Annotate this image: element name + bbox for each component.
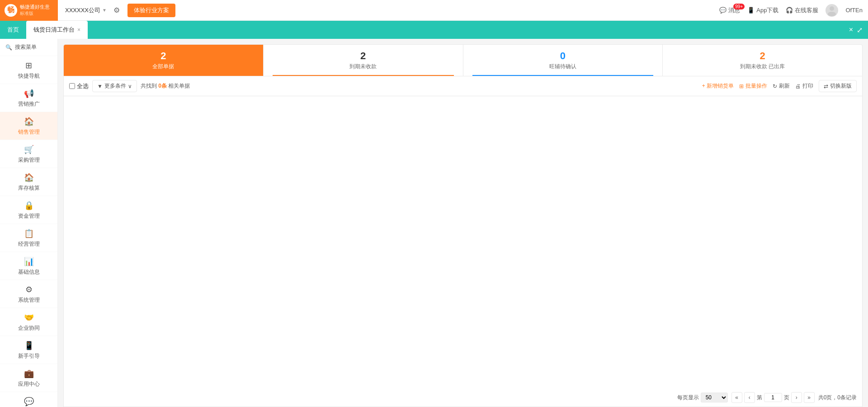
message-button[interactable]: 💬 消息 99+ [719, 6, 740, 14]
stat-card-overdue[interactable]: 2 到期未收款 [264, 45, 463, 76]
page-size-selector: 每页显示 50 100 200 [677, 393, 728, 402]
sidebar-item-sales[interactable]: 🏠 销售管理 [0, 112, 57, 140]
table-area [63, 96, 863, 388]
main-layout: 🔍 搜索菜单 ⊞ 快捷导航 📢 营销推广 🏠 销售管理 🛒 采购管理 🏠 库存核… [0, 39, 868, 407]
marketing-icon: 📢 [24, 89, 34, 98]
finance-icon: 🔒 [24, 201, 34, 211]
tab-active[interactable]: 钱货日清工作台 × [26, 21, 88, 39]
company-dropdown-arrow: ▼ [102, 8, 107, 13]
sidebar-label-marketing: 营销推广 [18, 100, 40, 108]
search-icon: 🔍 [5, 44, 12, 51]
sidebar-label-enterprise: 企业协同 [18, 324, 40, 332]
tab-close-button[interactable]: × [77, 27, 80, 33]
window-expand-button[interactable]: ⤢ [857, 26, 863, 34]
toolbar: 全选 ▼ 更多条件 ∨ 共找到 0条 相关单据 + 新增销货单 ⊞ 批量操作 [63, 76, 863, 96]
stat-num-overdue: 2 [273, 50, 454, 62]
page-prev-button[interactable]: ‹ [744, 392, 755, 403]
underline-overdue [273, 75, 454, 76]
sidebar-item-inventory[interactable]: 🏠 库存核算 [0, 168, 57, 196]
online-service-button[interactable]: 🎧 在线客服 [786, 6, 818, 14]
username: OfTEn [845, 7, 863, 14]
sidebar-label-sales: 销售管理 [18, 128, 40, 136]
stat-card-pending[interactable]: 0 旺辅待确认 [463, 45, 663, 76]
select-all-input[interactable] [69, 83, 75, 89]
print-button[interactable]: 🖨 打印 [795, 82, 813, 90]
page-last-button[interactable]: » [804, 392, 815, 403]
header-right: 💬 消息 99+ 📱 App下载 🎧 在线客服 OfTEn [719, 4, 863, 17]
add-order-button[interactable]: + 新增销货单 [702, 82, 734, 90]
sidebar: 🔍 搜索菜单 ⊞ 快捷导航 📢 营销推广 🏠 销售管理 🛒 采购管理 🏠 库存核… [0, 39, 58, 407]
sidebar-search[interactable]: 🔍 搜索菜单 [0, 39, 57, 56]
logo-icon: 畅 [5, 4, 17, 17]
sidebar-item-wechat[interactable]: 💬 企业微信 [0, 392, 57, 407]
page-suffix: 页 [784, 394, 789, 402]
service-icon: 🎧 [786, 7, 793, 14]
sidebar-item-purchase[interactable]: 🛒 采购管理 [0, 140, 57, 168]
company-selector[interactable]: XXXXXX公司 ▼ [65, 6, 107, 14]
select-all-checkbox[interactable]: 全选 [69, 82, 89, 90]
stat-card-overdue-out[interactable]: 2 到期未收款 已出库 [663, 45, 862, 76]
stat-label-all: 全部单据 [73, 63, 254, 70]
toolbar-left: 全选 ▼ 更多条件 ∨ 共找到 0条 相关单据 [69, 80, 698, 92]
per-page-select[interactable]: 50 100 200 [701, 393, 728, 402]
batch-button[interactable]: ⊞ 批量操作 [739, 82, 767, 90]
tabs-window-controls: × ⤢ [849, 26, 868, 34]
stat-num-all: 2 [73, 50, 254, 62]
stat-label-pending: 旺辅待确认 [472, 63, 654, 70]
sidebar-label-inventory: 库存核算 [18, 184, 40, 192]
stat-card-all[interactable]: 2 全部单据 [64, 45, 264, 76]
sidebar-item-marketing[interactable]: 📢 营销推广 [0, 84, 57, 112]
sidebar-item-quick-nav[interactable]: ⊞ 快捷导航 [0, 56, 57, 84]
sidebar-label-purchase: 采购管理 [18, 156, 40, 164]
inventory-icon: 🏠 [24, 173, 34, 182]
app-icon: 📱 [747, 7, 755, 14]
page-number-input[interactable] [764, 393, 782, 402]
quick-nav-icon: ⊞ [25, 61, 32, 70]
total-info: 共0页，0条记录 [818, 394, 857, 402]
app-download-button[interactable]: 📱 App下载 [747, 6, 778, 14]
filter-label: 更多条件 [104, 82, 126, 90]
page-next-button[interactable]: › [791, 392, 802, 403]
page-nav: « ‹ 第 页 › » [731, 392, 815, 403]
found-text: 共找到 0条 相关单据 [141, 82, 190, 90]
sidebar-item-base-info[interactable]: 📊 基础信息 [0, 252, 57, 280]
logo-sub: 标准版 [20, 10, 50, 17]
trial-button[interactable]: 体验行业方案 [127, 4, 175, 17]
sidebar-item-app-center[interactable]: 💼 应用中心 [0, 364, 57, 392]
stats-row: 2 全部单据 2 到期未收款 0 旺辅待确认 2 到期未收款 已出库 [63, 44, 863, 76]
print-icon: 🖨 [795, 83, 801, 89]
purchase-icon: 🛒 [24, 145, 34, 154]
filter-button[interactable]: ▼ 更多条件 ∨ [92, 80, 137, 92]
select-all-label: 全选 [77, 82, 89, 90]
avatar[interactable] [826, 4, 838, 17]
sidebar-item-enterprise[interactable]: 🤝 企业协同 [0, 308, 57, 336]
refresh-button[interactable]: ↻ 刷新 [773, 82, 790, 90]
wechat-icon: 💬 [24, 397, 34, 407]
per-page-label: 每页显示 [677, 394, 699, 402]
guide-icon: 📱 [24, 341, 34, 351]
sidebar-item-system[interactable]: ⚙ 系统管理 [0, 280, 57, 308]
message-icon: 💬 [719, 7, 726, 14]
sidebar-label-operations: 经营管理 [18, 240, 40, 248]
tab-home[interactable]: 首页 [0, 21, 26, 39]
content-area: 2 全部单据 2 到期未收款 0 旺辅待确认 2 到期未收款 已出库 [58, 39, 868, 407]
svg-point-1 [828, 12, 836, 16]
switch-version-button[interactable]: ⇄ 切换新版 [819, 80, 857, 92]
page-first-button[interactable]: « [731, 392, 742, 403]
company-name: XXXXXX公司 [65, 6, 100, 14]
operations-icon: 📋 [24, 229, 34, 239]
sidebar-item-guide[interactable]: 📱 新手引导 [0, 336, 57, 364]
sidebar-item-operations[interactable]: 📋 经营管理 [0, 224, 57, 252]
settings-button[interactable]: ⚙ [110, 4, 123, 17]
sidebar-item-finance[interactable]: 🔒 资金管理 [0, 196, 57, 224]
pagination: 每页显示 50 100 200 « ‹ 第 页 › » 共0页，0条记录 [63, 388, 863, 407]
filter-arrow: ∨ [128, 83, 132, 89]
sidebar-label-system: 系统管理 [18, 296, 40, 304]
sidebar-label-finance: 资金管理 [18, 212, 40, 220]
refresh-icon: ↻ [773, 83, 777, 89]
sales-icon: 🏠 [24, 117, 34, 126]
page-label: 第 [757, 394, 762, 402]
message-badge: 99+ [733, 4, 745, 9]
switch-icon: ⇄ [824, 83, 828, 89]
window-close-button[interactable]: × [849, 26, 853, 34]
